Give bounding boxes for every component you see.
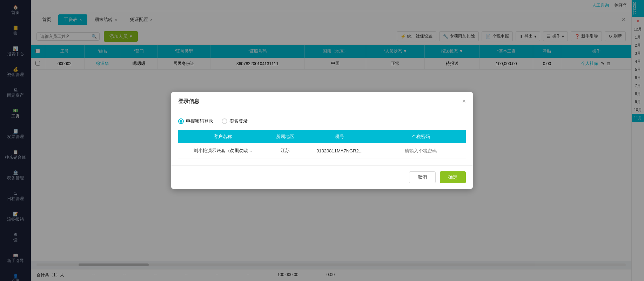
modal-body: 申报密码登录 实名登录 客户名称 所属地区 税号 个税密码: [171, 111, 473, 165]
radio-password-option[interactable]: 申报密码登录: [178, 118, 213, 124]
col-customer-name: 客户名称: [178, 130, 268, 143]
modal-header: 登录信息 ×: [171, 92, 473, 111]
col-tax-password: 个税密码: [376, 130, 466, 143]
customer-name-cell: 刘小艳演示账套（勿删勿动...: [178, 143, 268, 158]
customer-region-cell: 江苏: [268, 143, 303, 158]
radio-realname-label: 实名登录: [229, 118, 248, 124]
customer-tax-id-cell: 91320811MA7NGR2...: [303, 143, 376, 158]
radio-password-circle: [178, 118, 184, 124]
customer-table: 客户名称 所属地区 税号 个税密码 刘小艳演示账套（勿删勿动... 江苏 913…: [178, 130, 466, 158]
radio-realname-option[interactable]: 实名登录: [222, 118, 248, 124]
modal-close-button[interactable]: ×: [462, 98, 466, 105]
customer-row: 刘小艳演示账套（勿删勿动... 江苏 91320811MA7NGR2...: [178, 143, 466, 158]
customer-tax-password-cell[interactable]: [376, 143, 466, 158]
login-modal: 登录信息 × 申报密码登录 实名登录: [171, 92, 473, 189]
radio-password-dot: [180, 120, 182, 123]
cancel-button[interactable]: 取消: [409, 171, 436, 183]
modal-footer: 取消 确定: [171, 165, 473, 189]
col-tax-id: 税号: [303, 130, 376, 143]
modal-overlay: 登录信息 × 申报密码登录 实名登录: [0, 0, 644, 281]
tax-password-input[interactable]: [380, 148, 462, 153]
confirm-button[interactable]: 确定: [440, 171, 466, 183]
modal-title: 登录信息: [178, 98, 199, 105]
col-region: 所属地区: [268, 130, 303, 143]
login-type-radio-group: 申报密码登录 实名登录: [178, 118, 466, 124]
radio-password-label: 申报密码登录: [186, 118, 213, 124]
radio-realname-circle: [222, 118, 227, 124]
